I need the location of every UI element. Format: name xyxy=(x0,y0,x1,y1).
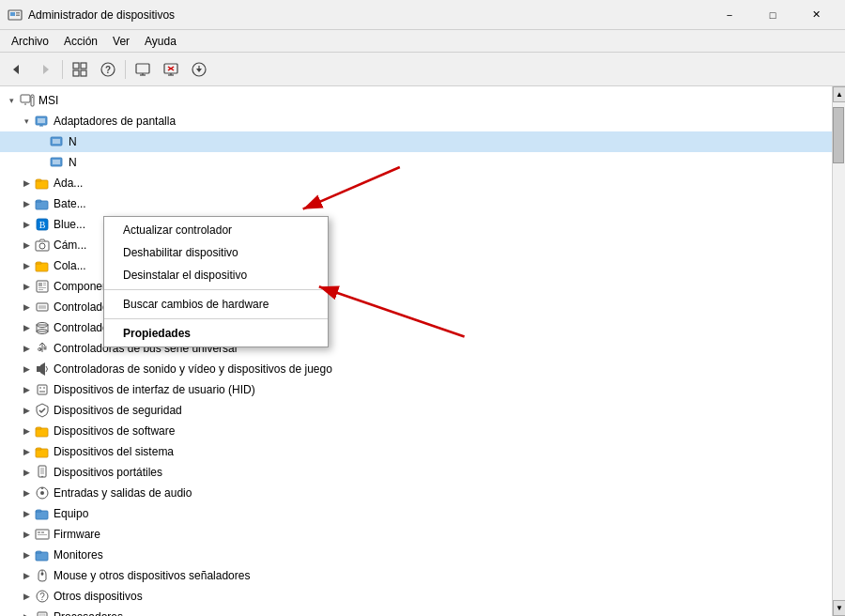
tree-item-dispsis[interactable]: ▶ Dispositivos del sistema xyxy=(0,441,832,462)
expand-mouse[interactable]: ▶ xyxy=(19,568,34,583)
svg-text:B: B xyxy=(39,220,46,230)
tree-item-port[interactable]: ▶ Dispositivos portátiles xyxy=(0,462,832,483)
tree-item-ada[interactable]: ▶ Ada... xyxy=(0,173,832,193)
ctx-buscar[interactable]: Buscar cambios de hardware xyxy=(104,293,328,316)
menu-archivo[interactable]: Archivo xyxy=(4,31,56,52)
camera-icon xyxy=(34,237,51,254)
tree-item-monitores[interactable]: ▶ Monitores xyxy=(0,545,832,565)
device-tree[interactable]: ▾ MSI ▾ xyxy=(0,86,832,616)
back-button[interactable] xyxy=(4,56,30,83)
screen-button[interactable] xyxy=(130,56,156,83)
expand-ctrl-ata[interactable]: ▶ xyxy=(19,300,34,315)
expand-msi[interactable]: ▾ xyxy=(4,93,19,108)
svg-point-67 xyxy=(40,491,44,495)
tree-item-proc[interactable]: ▶ Procesadores xyxy=(0,607,832,616)
expand-ctrl-alm[interactable]: ▶ xyxy=(19,320,34,335)
tree-label-otros: Otros dispositivos xyxy=(54,590,143,603)
expand-ctrl-son[interactable]: ▶ xyxy=(19,362,34,377)
svg-rect-44 xyxy=(43,283,46,284)
svg-rect-28 xyxy=(38,118,45,123)
expand-seg[interactable]: ▶ xyxy=(19,403,34,418)
tree-item-otros[interactable]: ▶ ? Otros dispositivos xyxy=(0,586,832,607)
title-bar: Administrador de dispositivos − □ ✕ xyxy=(0,0,845,30)
menu-accion[interactable]: Acción xyxy=(56,31,105,52)
tree-item-mouse[interactable]: ▶ Mouse y otros dispositivos señaladores xyxy=(0,565,832,586)
tree-label-adaptadores: Adaptadores de pantalla xyxy=(54,115,176,128)
window-title: Administrador de dispositivos xyxy=(28,8,708,22)
scrollbar-thumb[interactable] xyxy=(833,107,844,163)
tree-item-adapter2[interactable]: ▶ N xyxy=(0,152,832,173)
svg-text:?: ? xyxy=(105,65,111,75)
view-button[interactable] xyxy=(67,56,93,83)
tree-item-ctrl-son[interactable]: ▶ Controladoras de sonido y vídeo y disp… xyxy=(0,359,832,379)
main-area: ▾ MSI ▾ xyxy=(0,86,845,616)
maximize-button[interactable]: □ xyxy=(751,0,794,30)
expand-adaptadores[interactable]: ▾ xyxy=(19,114,34,129)
expand-dispsw[interactable]: ▶ xyxy=(19,424,34,439)
expand-audio[interactable]: ▶ xyxy=(19,485,34,500)
update-button[interactable] xyxy=(186,56,212,83)
tree-label-equipo: Equipo xyxy=(54,507,88,520)
svg-rect-34 xyxy=(53,160,60,164)
tree-item-equipo[interactable]: ▶ Equipo xyxy=(0,503,832,524)
scroll-down-button[interactable]: ▼ xyxy=(833,600,845,616)
tree-item-dispsw[interactable]: ▶ Dispositivos de software xyxy=(0,421,832,441)
forward-button[interactable] xyxy=(32,56,58,83)
tree-item-firmware[interactable]: ▶ Firmware xyxy=(0,524,832,545)
expand-firmware[interactable]: ▶ xyxy=(19,527,34,542)
expand-equipo[interactable]: ▶ xyxy=(19,506,34,521)
expand-ctrl-bus[interactable]: ▶ xyxy=(19,341,34,356)
scroll-up-button[interactable]: ▲ xyxy=(833,86,845,102)
expand-cola[interactable]: ▶ xyxy=(19,258,34,273)
ctx-propiedades[interactable]: Propiedades xyxy=(104,322,328,345)
mouse-icon xyxy=(34,567,51,584)
tree-item-adapter1[interactable]: ▶ N xyxy=(0,131,832,152)
ctx-actualizar[interactable]: Actualizar controlador xyxy=(104,219,328,241)
expand-cam[interactable]: ▶ xyxy=(19,238,34,253)
tree-item-adaptadores[interactable]: ▾ Adaptadores de pantalla xyxy=(0,111,832,131)
svg-rect-7 xyxy=(81,63,86,69)
expand-proc[interactable]: ▶ xyxy=(19,609,34,616)
tree-item-bate[interactable]: ▶ Bate... xyxy=(0,193,832,214)
ctx-desinstalar[interactable]: Desinstalar el dispositivo xyxy=(104,264,328,286)
equipo-icon xyxy=(34,505,51,522)
portable-icon xyxy=(34,464,51,481)
svg-rect-59 xyxy=(43,387,45,389)
tree-label-audio: Entradas y salidas de audio xyxy=(54,486,192,500)
expand-hid[interactable]: ▶ xyxy=(19,382,34,397)
expand-bate[interactable]: ▶ xyxy=(19,196,34,211)
svg-text:?: ? xyxy=(39,592,45,602)
scrollbar-track[interactable] xyxy=(833,102,845,600)
ctx-deshabilitar[interactable]: Deshabilitar dispositivo xyxy=(104,241,328,264)
security-icon xyxy=(34,402,51,419)
svg-rect-8 xyxy=(73,70,79,76)
expand-componentes[interactable]: ▶ xyxy=(19,279,34,294)
scrollbar[interactable]: ▲ ▼ xyxy=(832,86,845,616)
tree-item-audio[interactable]: ▶ Entradas y salidas de audio xyxy=(0,483,832,503)
svg-rect-47 xyxy=(38,289,43,290)
expand-dispsis[interactable]: ▶ xyxy=(19,444,34,459)
help-button[interactable]: ? xyxy=(95,56,121,83)
folder-icon-ada xyxy=(34,175,51,192)
tree-label-monitores: Monitores xyxy=(54,548,103,562)
svg-rect-71 xyxy=(38,531,40,533)
expand-port[interactable]: ▶ xyxy=(19,465,34,480)
expand-otros[interactable]: ▶ xyxy=(19,589,34,604)
svg-marker-5 xyxy=(43,65,49,74)
menu-ver[interactable]: Ver xyxy=(105,31,137,52)
monitores-icon xyxy=(34,547,51,563)
expand-monitores[interactable]: ▶ xyxy=(19,547,34,562)
minimize-button[interactable]: − xyxy=(708,0,751,30)
remove-button[interactable] xyxy=(158,56,184,83)
expand-blue[interactable]: ▶ xyxy=(19,217,34,232)
svg-rect-64 xyxy=(40,468,44,474)
svg-rect-9 xyxy=(81,70,86,76)
close-button[interactable]: ✕ xyxy=(794,0,837,30)
menu-ayuda[interactable]: Ayuda xyxy=(137,31,184,52)
tree-item-hid[interactable]: ▶ Dispositivos de interfaz de usuario (H… xyxy=(0,379,832,400)
tree-item-seg[interactable]: ▶ Dispositivos de seguridad xyxy=(0,400,832,421)
tree-item-msi[interactable]: ▾ MSI xyxy=(0,90,832,111)
separator-1 xyxy=(62,60,63,79)
expand-ada[interactable]: ▶ xyxy=(19,176,34,191)
tree-label-dispsis: Dispositivos del sistema xyxy=(54,445,174,458)
